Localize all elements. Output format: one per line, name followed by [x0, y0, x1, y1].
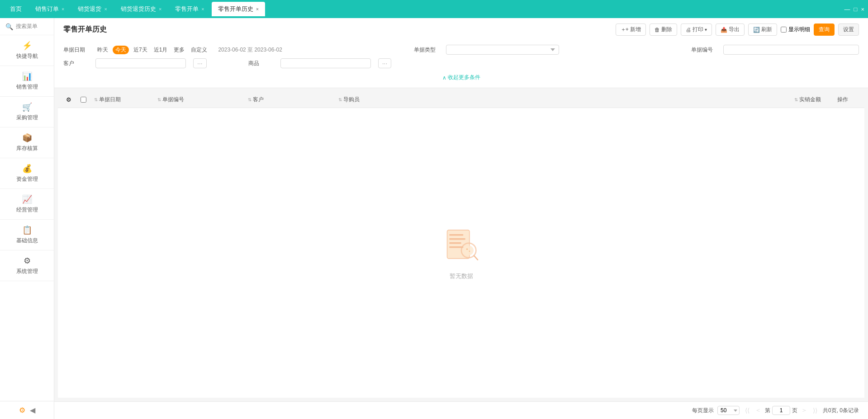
export-icon: 📤: [721, 27, 727, 33]
sidebar-item-label: 基础信息: [16, 237, 38, 245]
sidebar-item-label: 库存核算: [16, 145, 38, 152]
total-info: 共0页, 0条记录: [823, 407, 859, 414]
main-layout: 🔍 搜索菜单 ⚡ 快捷导航 📊 销售管理 🛒 采购管理 📦 库存核算 💰 资金管…: [0, 18, 868, 419]
close-icon[interactable]: ×: [104, 6, 107, 12]
close-window-icon[interactable]: ×: [861, 6, 864, 13]
sort-icon: ⇅: [157, 97, 161, 102]
minimize-icon[interactable]: —: [844, 6, 850, 13]
collapse-up-icon: ∧: [442, 75, 446, 81]
page-title-row: 零售开单历史 ＋ + 新增 🗑 删除 🖨 打印 ▾: [63, 24, 859, 36]
page-size-select[interactable]: 50 20 100: [717, 406, 740, 415]
tab-home[interactable]: 首页: [4, 2, 28, 16]
th-settings[interactable]: ⚙: [62, 96, 76, 103]
date-opt-custom[interactable]: 自定义: [189, 46, 209, 54]
th-customer[interactable]: ⇅ 客户: [244, 96, 335, 104]
content-area: 零售开单历史 ＋ + 新增 🗑 删除 🖨 打印 ▾: [54, 18, 868, 419]
sidebar-bottom: ⚙ ◀: [0, 401, 54, 419]
th-guide[interactable]: ⇅ 导购员: [335, 96, 398, 104]
sidebar-item-operation[interactable]: 📈 经营管理: [0, 189, 54, 220]
sort-icon: ⇅: [794, 97, 798, 102]
goods-filter-label: 商品: [248, 60, 273, 67]
empty-state: 暂无数据: [58, 108, 864, 398]
refresh-button[interactable]: 🔄 刷新: [748, 24, 777, 36]
close-icon[interactable]: ×: [201, 6, 204, 12]
search-icon: 🔍: [5, 23, 13, 30]
refresh-icon: 🔄: [753, 27, 760, 33]
table-wrapper: ⚙ ⇅ 单据日期 ⇅ 单据编号 ⇅ 客户: [58, 92, 864, 398]
customer-filter-input[interactable]: [95, 58, 186, 68]
add-button[interactable]: ＋ + 新增: [616, 24, 646, 36]
th-amount[interactable]: ⇅ 实销金额: [770, 96, 825, 104]
first-page-button[interactable]: ⟨⟨: [743, 406, 751, 415]
num-filter-input[interactable]: [723, 45, 859, 55]
purchase-icon: 🛒: [22, 102, 32, 112]
pagination: 每页显示 50 20 100 ⟨⟨ ＜ 第 页 ＞ ⟩⟩ 共0页, 0条记录: [54, 401, 868, 419]
th-checkbox[interactable]: [76, 97, 90, 103]
th-num[interactable]: ⇅ 单据编号: [154, 96, 244, 104]
svg-rect-2: [449, 238, 465, 240]
svg-point-9: [469, 250, 470, 252]
svg-line-7: [474, 255, 477, 259]
prev-page-button[interactable]: ＜: [753, 405, 763, 415]
settings-icon[interactable]: ⚙: [19, 406, 25, 414]
sidebar-item-shortcut[interactable]: ⚡ 快捷导航: [0, 35, 54, 66]
sidebar-item-label: 销售管理: [16, 83, 38, 91]
next-page-button[interactable]: ＞: [799, 405, 809, 415]
sort-icon: ⇅: [94, 97, 98, 102]
collapse-icon[interactable]: ◀: [30, 406, 35, 414]
svg-point-8: [466, 248, 468, 250]
date-opt-1month[interactable]: 近1月: [152, 46, 170, 54]
tab-sales-return[interactable]: 销货退货 ×: [71, 2, 113, 16]
print-button[interactable]: 🖨 打印 ▾: [681, 24, 712, 36]
sidebar-search[interactable]: 🔍 搜索菜单: [0, 18, 54, 35]
empty-text: 暂无数据: [450, 272, 473, 280]
display-detail-checkbox[interactable]: [781, 27, 787, 33]
display-detail-toggle[interactable]: 显示明细: [781, 26, 810, 33]
goods-filter-input[interactable]: [280, 58, 371, 68]
sidebar-item-finance[interactable]: 💰 资金管理: [0, 158, 54, 189]
sidebar-item-basic[interactable]: 📋 基础信息: [0, 220, 54, 250]
customer-dots[interactable]: ···: [193, 58, 207, 68]
page-unit: 页: [792, 407, 797, 414]
sidebar-item-sales[interactable]: 📊 销售管理: [0, 66, 54, 97]
close-icon[interactable]: ×: [62, 6, 64, 12]
tab-sales-order[interactable]: 销售订单 ×: [29, 2, 71, 16]
select-all-checkbox[interactable]: [81, 97, 86, 103]
collapse-button[interactable]: ∧ 收起更多条件: [442, 74, 480, 81]
sidebar-item-label: 经营管理: [16, 206, 38, 214]
filter-row-customer: 客户 ··· 商品 ···: [63, 58, 859, 68]
settings-columns-icon[interactable]: ⚙: [66, 96, 71, 103]
sidebar-item-purchase[interactable]: 🛒 采购管理: [0, 97, 54, 127]
close-icon[interactable]: ×: [159, 6, 161, 12]
maximize-icon[interactable]: □: [854, 6, 858, 13]
export-button[interactable]: 📤 导出: [716, 24, 745, 36]
type-filter-select[interactable]: [446, 45, 559, 55]
date-opt-more[interactable]: 更多: [172, 46, 186, 54]
print-dropdown-icon: ▾: [705, 27, 707, 32]
tab-retail-open[interactable]: 零售开单 ×: [169, 2, 210, 16]
delete-button[interactable]: 🗑 删除: [650, 24, 677, 36]
th-date[interactable]: ⇅ 单据日期: [90, 96, 154, 104]
page-input[interactable]: [772, 406, 790, 415]
toolbar: ＋ + 新增 🗑 删除 🖨 打印 ▾ 📤 导出: [616, 24, 859, 36]
date-opt-yesterday[interactable]: 昨天: [95, 46, 110, 54]
sidebar-item-label: 资金管理: [16, 175, 38, 183]
goods-dots[interactable]: ···: [378, 58, 392, 68]
query-button[interactable]: 查询: [814, 24, 835, 36]
sidebar-item-label: 采购管理: [16, 114, 38, 122]
page-title: 零售开单历史: [63, 25, 107, 34]
date-opt-7days[interactable]: 近7天: [132, 46, 149, 54]
system-icon: ⚙: [24, 256, 31, 266]
settings-button[interactable]: 设置: [838, 24, 859, 36]
date-opt-today[interactable]: 今天: [113, 46, 129, 54]
svg-point-6: [464, 245, 474, 255]
tab-retail-history[interactable]: 零售开单历史 ×: [212, 2, 265, 16]
sidebar-item-system[interactable]: ⚙ 系统管理: [0, 250, 54, 281]
sidebar-item-inventory[interactable]: 📦 库存核算: [0, 127, 54, 158]
shortcut-icon: ⚡: [22, 41, 32, 51]
tab-sales-return-history[interactable]: 销货退货历史 ×: [114, 2, 168, 16]
close-icon[interactable]: ×: [256, 6, 259, 12]
svg-rect-1: [449, 234, 464, 236]
type-filter-label: 单据类型: [414, 46, 439, 54]
last-page-button[interactable]: ⟩⟩: [811, 406, 819, 415]
